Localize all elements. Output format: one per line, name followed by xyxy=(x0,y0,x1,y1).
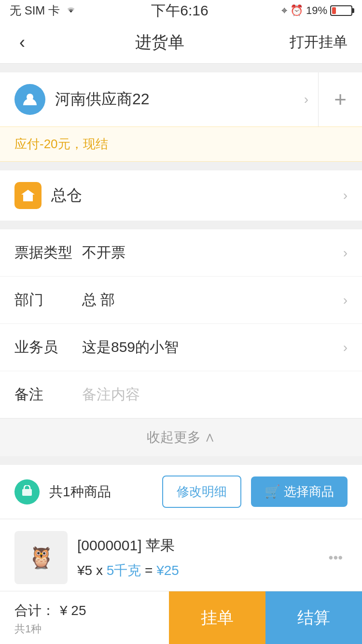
status-time: 下午6:16 xyxy=(151,1,208,21)
battery-icon xyxy=(330,5,352,16)
department-row[interactable]: 部门 总 部 › xyxy=(0,277,362,324)
section-gap-4 xyxy=(0,456,362,465)
sim-status: 无 SIM 卡 xyxy=(10,3,60,18)
cart-icon xyxy=(20,485,34,499)
product-id: [0000001] xyxy=(77,537,141,553)
line-total: ¥25 xyxy=(156,563,179,578)
nav-bar: ‹ 进货单 打开挂单 xyxy=(0,21,362,64)
status-left: 无 SIM 卡 xyxy=(10,3,78,18)
supplier-notice: 应付-20元，现结 xyxy=(0,126,362,162)
product-count-icon xyxy=(14,479,40,504)
warehouse-icon xyxy=(14,182,42,209)
page-title: 进货单 xyxy=(135,31,184,54)
alarm-icon: ⏰ xyxy=(290,4,303,17)
supplier-section: 河南供应商22 › + xyxy=(0,72,362,126)
section-gap-1 xyxy=(0,64,362,72)
product-price: ¥5 x 5千克 = ¥25 xyxy=(77,561,314,580)
select-product-icon: 🛒 xyxy=(265,484,280,499)
product-title-text: 苹果 xyxy=(146,537,175,553)
product-header: 共1种商品 修改明细 🛒 选择商品 xyxy=(0,465,362,518)
footer-bar: 合计： ¥ 25 共1种 挂单 结算 xyxy=(0,591,362,644)
product-info: [0000001] 苹果 ¥5 x 5千克 = ¥25 xyxy=(77,536,314,580)
total-count: 共1种 xyxy=(14,622,154,636)
salesperson-value: 这是859的小智 xyxy=(82,337,338,357)
open-pending-button[interactable]: 打开挂单 xyxy=(290,32,348,52)
product-item: 🦉 [0000001] 苹果 ¥5 x 5千克 = ¥25 ••• xyxy=(0,519,362,596)
unit-price: ¥5 xyxy=(77,563,92,578)
quantity: 5千克 xyxy=(107,563,141,578)
supplier-avatar xyxy=(14,84,45,115)
total-value: ¥ 25 xyxy=(60,603,86,618)
footer-total: 合计： ¥ 25 共1种 xyxy=(0,599,169,636)
battery-percent: 19% xyxy=(306,4,327,17)
salesperson-row[interactable]: 业务员 这是859的小智 › xyxy=(0,324,362,371)
total-label: 合计： xyxy=(14,603,55,618)
supplier-select[interactable]: 河南供应商22 › xyxy=(0,72,319,126)
invoice-label: 票据类型 xyxy=(14,243,82,263)
chevron-right-icon: › xyxy=(343,340,348,355)
status-bar: 无 SIM 卡 下午6:16 ⌖ ⏰ 19% xyxy=(0,0,362,21)
person-icon xyxy=(21,91,39,108)
select-product-label: 选择商品 xyxy=(284,483,334,500)
edit-detail-button[interactable]: 修改明细 xyxy=(162,476,241,508)
department-label: 部门 xyxy=(14,290,82,310)
equals-sign: = xyxy=(145,563,156,578)
chevron-right-icon: › xyxy=(343,293,348,308)
product-logo: 🦉 xyxy=(28,545,55,570)
remark-row[interactable]: 备注 备注内容 xyxy=(0,371,362,418)
department-value: 总 部 xyxy=(82,290,338,310)
salesperson-label: 业务员 xyxy=(14,337,82,357)
svg-rect-1 xyxy=(22,489,32,496)
total-amount: 合计： ¥ 25 xyxy=(14,599,154,620)
select-product-button[interactable]: 🛒 选择商品 xyxy=(251,476,348,507)
multiply-sign: x xyxy=(96,563,107,578)
section-gap-3 xyxy=(0,221,362,229)
form-section: 票据类型 不开票 › 部门 总 部 › 业务员 这是859的小智 › 备注 备注… xyxy=(0,229,362,418)
warehouse-select[interactable]: 总仓 › xyxy=(0,170,362,221)
checkout-button[interactable]: 结算 xyxy=(265,591,362,644)
collapse-button[interactable]: 收起更多 ∧ xyxy=(0,418,362,456)
product-thumbnail: 🦉 xyxy=(14,531,68,584)
hang-button[interactable]: 挂单 xyxy=(169,591,265,644)
product-count-text: 共1种商品 xyxy=(49,483,153,501)
product-more-button[interactable]: ••• xyxy=(324,545,348,570)
supplier-name: 河南供应商22 xyxy=(55,89,299,110)
wifi-icon xyxy=(64,4,78,17)
warehouse-name: 总仓 xyxy=(51,185,338,206)
chevron-right-icon: › xyxy=(343,188,348,203)
invoice-row[interactable]: 票据类型 不开票 › xyxy=(0,229,362,277)
chevron-right-icon: › xyxy=(304,92,308,107)
invoice-value: 不开票 xyxy=(82,243,338,263)
back-button[interactable]: ‹ xyxy=(14,28,30,57)
product-name: [0000001] 苹果 xyxy=(77,536,314,556)
house-icon xyxy=(20,188,36,203)
remark-value[interactable]: 备注内容 xyxy=(82,385,348,405)
add-supplier-button[interactable]: + xyxy=(319,72,362,126)
remark-label: 备注 xyxy=(14,385,82,405)
location-icon: ⌖ xyxy=(281,4,287,17)
section-gap-2 xyxy=(0,162,362,170)
status-right: ⌖ ⏰ 19% xyxy=(281,4,352,17)
chevron-right-icon: › xyxy=(343,245,348,261)
